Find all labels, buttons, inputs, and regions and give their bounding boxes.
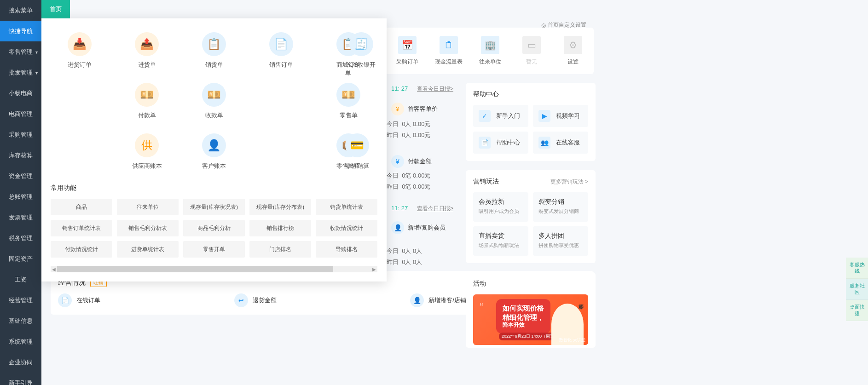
sidebar-item-ecommerce[interactable]: 电商管理 (0, 103, 41, 124)
shortcut-label: 暂无 (526, 58, 537, 66)
sidebar-item-ledger[interactable]: 总账管理 (0, 186, 41, 207)
empty-icon: ▭ (522, 36, 541, 54)
market-item-live[interactable]: 直播卖货场景式购物新玩法 (473, 226, 528, 256)
scroll-thumb[interactable] (57, 266, 333, 272)
sales-order-icon: 📄 (269, 32, 293, 56)
banner-brand: 数智化 大讲堂 (559, 337, 585, 343)
float-btn-hotline[interactable]: 客服热线 (846, 258, 868, 279)
market-item-fission[interactable]: 裂变分销裂变式发展分销商 (533, 192, 588, 222)
shortcut-cashflow[interactable]: 🗒现金流量表 (428, 36, 469, 66)
flow-receipt-bill[interactable]: 💴收款单 (185, 83, 243, 120)
sidebar-item-wholesale[interactable]: 批发管理▾ (0, 62, 41, 83)
gear-icon: ⚙ (564, 36, 582, 54)
help-item-video[interactable]: ▶视频学习 (533, 105, 588, 127)
flow-grid: 📥进货订单 📤进货单 📋销货单 📄销售订单 📋商城订单 🧾POS收银开单 💴付款… (51, 32, 377, 170)
sidebar-item-tax[interactable]: 税务管理 (0, 228, 41, 248)
purchase-order-icon: 📥 (68, 32, 92, 56)
flow-label: 进货单 (138, 61, 156, 69)
metric-title: 新增/复购会员 (408, 224, 446, 232)
daily-report-link-2[interactable]: 查看今日日报> (417, 205, 453, 213)
common-btn-sales-rank[interactable]: 销售排行榜 (249, 220, 311, 236)
shortcut-settings-link[interactable]: 首页自定义设置 (541, 21, 586, 29)
receipt-icon: 💴 (202, 83, 226, 107)
sidebar-item-inventory[interactable]: 库存核算 (0, 145, 41, 166)
flow-sales-order[interactable]: 📄销售订单 (252, 32, 310, 69)
sidebar-item-fixed-assets[interactable]: 固定资产 (0, 248, 41, 269)
flyout-scrollbar[interactable]: ◀ ▶ (51, 266, 377, 272)
common-btn-stock-dist[interactable]: 现存量(库存分布表) (249, 199, 311, 215)
shortcut-settings[interactable]: ⚙设置 (552, 36, 594, 66)
common-btn-product-profit[interactable]: 商品毛利分析 (183, 220, 245, 236)
common-btn-payment-stats[interactable]: 付款情况统计 (51, 241, 112, 258)
flow-supplier-ledger[interactable]: 供供应商账本 (118, 133, 176, 170)
float-btn-community[interactable]: 服务社区 (846, 279, 868, 300)
common-btn-purchase-stats[interactable]: 进货单统计表 (117, 241, 179, 258)
market-desc: 场景式购物新玩法 (479, 242, 523, 249)
scroll-track[interactable] (57, 266, 371, 272)
flow-payment-bill[interactable]: 💴付款单 (118, 83, 176, 120)
biz-item-online-orders[interactable]: 📄在线订单 (58, 293, 234, 307)
shortcut-label: 现金流量表 (435, 58, 463, 66)
sidebar-item-quick-nav[interactable]: 快捷导航 (0, 21, 41, 41)
activity-banner[interactable]: “ 如何实现价格 精细化管理， 降本升效 2022年9月23日 14:00（周五… (473, 294, 588, 345)
scroll-left-icon[interactable]: ◀ (51, 267, 57, 272)
flow-purchase-order[interactable]: 📥进货订单 (51, 32, 109, 69)
biz-item-refund[interactable]: ↩退货金额 (234, 293, 411, 307)
common-btn-sales-stats[interactable]: 销货单统计表 (316, 199, 377, 215)
panel-title: 活动 (473, 280, 486, 288)
member-icon: 👤 (391, 221, 404, 234)
sidebar-item-basic-info[interactable]: 基础信息 (0, 310, 41, 331)
help-label: 在线客服 (556, 138, 580, 147)
sidebar-item-funds[interactable]: 资金管理 (0, 166, 41, 186)
daily-report-link-1[interactable]: 查看今日日报> (417, 85, 453, 93)
help-item-newbie[interactable]: ✓新手入门 (473, 105, 528, 127)
shortcut-purchase-order[interactable]: 📅采购订单 (387, 36, 428, 66)
sidebar-item-operation[interactable]: 经营管理 (0, 290, 41, 310)
order-icon: 📄 (58, 293, 72, 307)
market-item-group[interactable]: 多人拼团拼团购物享受优惠 (533, 226, 588, 256)
pos-icon: 🧾 (349, 32, 373, 56)
flow-sales-bill[interactable]: 📋销货单 (185, 32, 243, 69)
flow-purchase-bill[interactable]: 📤进货单 (118, 32, 176, 69)
common-btn-retail-open[interactable]: 零售开单 (183, 241, 245, 258)
metric-title: 付款金额 (408, 157, 432, 166)
flow-retail-settle[interactable]: 💳零售结算 (345, 133, 369, 170)
common-btn-store-rank[interactable]: 门店排名 (249, 241, 311, 258)
common-btn-product[interactable]: 商品 (51, 199, 112, 215)
common-btn-stock-status[interactable]: 现存量(库存状况表) (183, 199, 245, 215)
common-btn-order-stats[interactable]: 销售订单统计表 (51, 220, 112, 236)
flow-retail-bill[interactable]: 💴零售单 (319, 83, 377, 120)
more-link[interactable]: 更多营销玩法 > (550, 178, 588, 186)
flow-label: 销售订单 (269, 61, 293, 69)
common-btn-partner[interactable]: 往来单位 (117, 199, 179, 215)
sidebar-search[interactable]: 搜索菜单 (0, 0, 41, 21)
market-title: 会员拉新 (479, 198, 523, 206)
quote-icon: “ (480, 301, 483, 314)
help-item-center[interactable]: 📄帮助中心 (473, 132, 528, 154)
scroll-right-icon[interactable]: ▶ (371, 267, 377, 272)
sidebar-item-purchase[interactable]: 采购管理 (0, 124, 41, 145)
market-item-member[interactable]: 会员拉新吸引用户成为会员 (473, 192, 528, 222)
help-item-support[interactable]: 👥在线客服 (533, 132, 588, 154)
float-btn-desktop[interactable]: 桌面快捷 (846, 300, 868, 321)
activity-panel: 活动 “ 如何实现价格 精细化管理， 降本升效 2022年9月23日 14:00… (466, 272, 596, 348)
sidebar-item-xiaochang[interactable]: 小畅电商 (0, 83, 41, 103)
common-btn-sales-profit[interactable]: 销售毛利分析表 (117, 220, 179, 236)
flow-customer-ledger[interactable]: 👤客户账本 (185, 133, 243, 170)
common-btn-collection-stats[interactable]: 收款情况统计 (316, 220, 377, 236)
sidebar-item-salary[interactable]: 工资 (0, 269, 41, 290)
sidebar-item-collab[interactable]: 企业协同 (0, 352, 41, 373)
flow-pos-bill[interactable]: 🧾POS收银开单 (345, 32, 377, 77)
shortcut-partner[interactable]: 🏢往来单位 (469, 36, 511, 66)
sidebar-item-guide[interactable]: 新手引导 (0, 373, 41, 385)
quick-nav-flyout: 📥进货订单 📤进货单 📋销货单 📄销售订单 📋商城订单 🧾POS收银开单 💴付款… (41, 18, 387, 282)
timestamp-1: 11: 27 (391, 85, 408, 92)
sidebar-item-system[interactable]: 系统管理 (0, 331, 41, 352)
flow-label: 零售单 (340, 111, 358, 120)
tab-home[interactable]: 首页 (41, 0, 70, 18)
sidebar-item-retail[interactable]: 零售管理▾ (0, 41, 41, 62)
right-column: 帮助中心 ✓新手入门 ▶视频学习 📄帮助中心 👥在线客服 营销玩法 更多营销玩法… (466, 83, 596, 348)
common-btn-guide-rank[interactable]: 导购排名 (316, 241, 377, 258)
sidebar-item-invoice[interactable]: 发票管理 (0, 207, 41, 228)
metric-line: 今日 0人 0人 (387, 247, 422, 255)
